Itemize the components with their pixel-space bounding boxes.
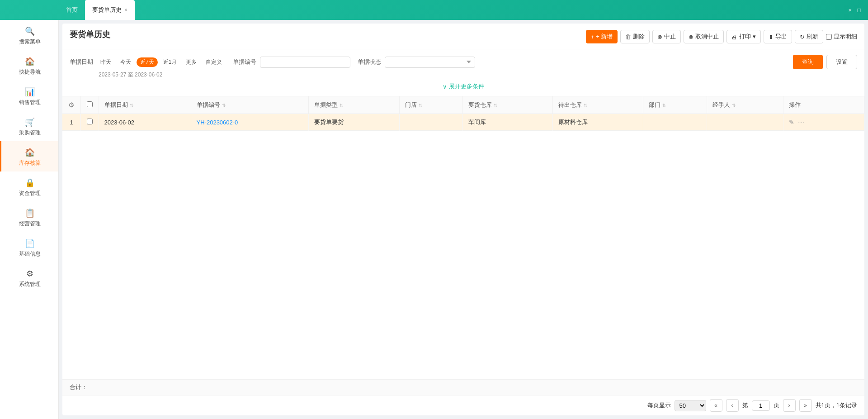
doc-status-select[interactable] [385,57,475,68]
delete-icon: 🗑 [625,33,631,40]
refresh-label: 刷新 [807,33,818,41]
row-number-link[interactable]: YH-20230602-0 [197,119,238,126]
row-select-checkbox[interactable] [87,119,93,124]
col-dept-header[interactable]: 部门⇅ [643,96,707,114]
sidebar-item-search-menu[interactable]: 🔍 搜索菜单 [0,20,58,50]
cancel-stop-label: 取消中止 [695,33,719,41]
sidebar-item-purchase[interactable]: 🛒 采购管理 [0,111,58,141]
col-pending-warehouse-header[interactable]: 待出仓库⇅ [552,96,643,114]
col-type-header[interactable]: 单据类型⇅ [309,96,400,114]
purchase-icon: 🛒 [25,117,35,127]
sidebar: 🔍 搜索菜单 🏠 快捷导航 📊 销售管理 🛒 采购管理 🏠 库存核算 🔒 资金管… [0,20,59,419]
data-table: ⚙ 单据日期⇅ 单据编号⇅ 单 [62,96,864,131]
ops-icon: 📋 [25,208,35,218]
row-dept [643,114,707,131]
print-button[interactable]: 🖨 打印 ▾ [726,30,761,43]
row-handler [707,114,783,131]
setting-button[interactable]: 设置 [826,55,857,69]
date-option-today[interactable]: 今天 [117,57,135,67]
display-detail-checkbox[interactable] [826,34,832,40]
row-checkbox[interactable] [80,114,99,131]
stop-label: 中止 [664,33,676,41]
date-option-custom[interactable]: 自定义 [202,57,226,67]
cancel-stop-button[interactable]: ⊗ 取消中止 [684,30,724,43]
new-button[interactable]: + + 新增 [586,30,618,43]
select-all-checkbox[interactable] [87,101,93,107]
close-tab-icon[interactable]: × [124,7,127,13]
row-more-icon[interactable]: ⋯ [798,119,804,126]
display-detail-toggle[interactable]: 显示明细 [826,33,857,41]
query-button[interactable]: 查询 [793,55,823,69]
doc-number-label: 单据编号 [233,58,256,66]
page-input[interactable] [752,400,770,411]
page-size-select[interactable]: 10 20 50 100 [675,400,706,411]
col-action-header: 操作 [783,96,864,114]
sidebar-item-ops[interactable]: 📋 经营管理 [0,202,58,232]
date-option-1month[interactable]: 近1月 [160,57,181,67]
table-row: 1 2023-06-02 YH-20230602-0 要货单要货 车间库 [62,114,864,131]
quick-nav-icon: 🏠 [25,57,35,67]
search-menu-icon: 🔍 [25,26,35,36]
export-button[interactable]: ⬆ 导出 [764,30,792,43]
stop-button[interactable]: ⊗ 中止 [652,30,681,43]
pagination: 每页显示 10 20 50 100 « ‹ 第 页 › » 共1页，1条记录 [62,395,864,415]
col-req-warehouse-header[interactable]: 要货仓库⇅ [463,96,553,114]
print-label: 打印 ▾ [739,33,756,41]
table-gear-icon[interactable]: ⚙ [68,101,74,109]
col-handler-header[interactable]: 经手人⇅ [707,96,783,114]
prev-page-btn[interactable]: ‹ [726,399,739,412]
col-number-header[interactable]: 单据编号⇅ [191,96,308,114]
row-edit-icon[interactable]: ✎ [789,119,794,126]
window-close-icon[interactable]: × [849,7,852,14]
sidebar-item-basic-info[interactable]: 📄 基础信息 [0,232,58,262]
page-container: 要货单历史 + + 新增 🗑 删除 ⊗ 中止 ⊗ [62,24,864,415]
next-page-btn[interactable]: › [783,399,796,412]
col-checkbox-header [80,96,99,114]
page-title: 要货单历史 [70,29,110,40]
date-option-yesterday[interactable]: 昨天 [97,57,115,67]
tab-requisition-history[interactable]: 要货单历史 × [85,0,135,20]
doc-number-filter: 单据编号 [233,57,350,68]
row-type: 要货单要货 [309,114,400,131]
date-filter-label: 单据日期 [70,58,93,66]
col-date-header[interactable]: 单据日期⇅ [99,96,191,114]
chevron-down-icon: ∨ [443,83,447,90]
doc-status-label: 单据状态 [358,58,381,66]
sidebar-item-label: 基础信息 [19,250,41,258]
doc-number-input[interactable] [260,57,350,68]
sidebar-item-quick-nav[interactable]: 🏠 快捷导航 [0,50,58,81]
filter-actions: 查询 设置 [793,55,857,69]
fund-icon: 🔒 [25,178,35,188]
tab-home[interactable]: 首页 [59,0,85,20]
sidebar-item-label: 快捷导航 [19,68,41,76]
basic-info-icon: 📄 [25,238,35,248]
window-maximize-icon[interactable]: □ [857,7,861,14]
sidebar-item-sales[interactable]: 📊 销售管理 [0,81,58,111]
top-nav-right: × □ [849,7,868,14]
main-content: 要货单历史 + + 新增 🗑 删除 ⊗ 中止 ⊗ [59,20,868,419]
new-label: + 新增 [596,33,613,41]
row-date: 2023-06-02 [99,114,191,131]
delete-button[interactable]: 🗑 删除 [620,30,650,43]
sidebar-item-inventory[interactable]: 🏠 库存核算 [0,141,58,171]
sales-icon: 📊 [25,87,35,97]
filter-bar: 单据日期 昨天 今天 近7天 近1月 更多 自定义 单据编号 [62,49,864,96]
date-option-more[interactable]: 更多 [182,57,200,67]
sort-req-warehouse-icon: ⇅ [494,103,497,108]
sidebar-item-system[interactable]: ⚙ 系统管理 [0,262,58,293]
expand-more-label: 展开更多条件 [449,82,484,90]
new-icon: + [591,33,594,40]
sidebar-item-fund[interactable]: 🔒 资金管理 [0,171,58,202]
top-nav-bar: 首页 要货单历史 × × □ [0,0,868,20]
col-store-header[interactable]: 门店⇅ [399,96,463,114]
display-detail-label: 显示明细 [834,33,857,41]
table-footer: 合计： [62,379,864,395]
row-store [399,114,463,131]
expand-more-btn[interactable]: ∨ 展开更多条件 [70,81,857,92]
page-suffix: 页 [774,401,779,409]
first-page-btn[interactable]: « [710,399,722,412]
date-option-7days[interactable]: 近7天 [137,57,158,67]
last-page-btn[interactable]: » [799,399,812,412]
refresh-button[interactable]: ↻ 刷新 [795,30,823,43]
col-settings: ⚙ [62,96,80,114]
